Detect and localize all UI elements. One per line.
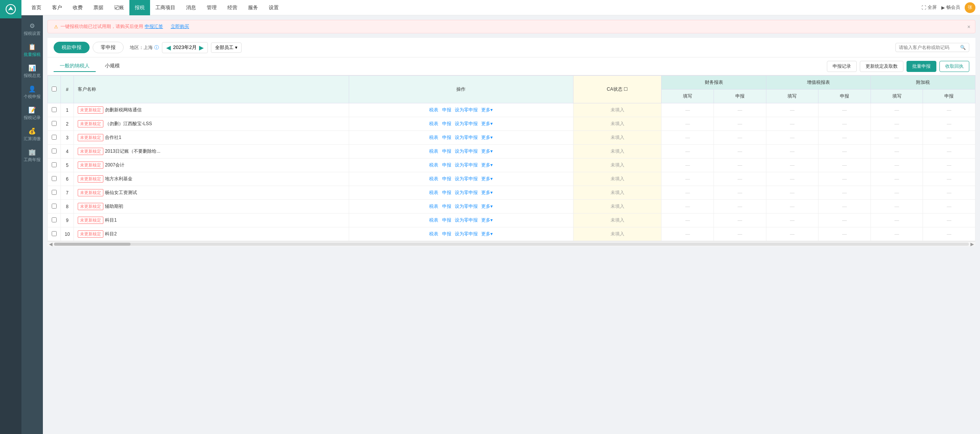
row-checkbox[interactable] [52, 204, 57, 209]
banner-close-button[interactable]: × [967, 24, 970, 30]
nav-client[interactable]: 客户 [47, 0, 67, 15]
op-tax-form[interactable]: 税表 [429, 107, 438, 113]
scroll-thumb[interactable] [54, 243, 131, 246]
tab-zero-declaration[interactable]: 零申报 [93, 42, 124, 53]
employee-selector[interactable]: 全部员工 ▾ [211, 42, 242, 53]
op-more[interactable]: 更多▾ [481, 190, 493, 195]
op-declare[interactable]: 申报 [442, 190, 451, 195]
region-selector[interactable]: 地区：上海 ⓘ [130, 44, 159, 51]
op-more[interactable]: 更多▾ [481, 121, 493, 126]
nav-fee[interactable]: 收费 [67, 0, 88, 15]
op-declare[interactable]: 申报 [442, 204, 451, 209]
row-checkbox[interactable] [52, 148, 57, 153]
row-extra-submit: — [923, 200, 975, 214]
row-checkbox[interactable] [52, 190, 57, 195]
op-zero-declare[interactable]: 设为零申报 [455, 148, 478, 154]
row-checkbox[interactable] [52, 107, 57, 112]
nav-service[interactable]: 服务 [243, 0, 263, 15]
op-declare[interactable]: 申报 [442, 148, 451, 154]
op-zero-declare[interactable]: 设为零申报 [455, 121, 478, 126]
date-next-button[interactable]: ▶ [199, 44, 204, 51]
op-more[interactable]: 更多▾ [481, 231, 493, 237]
row-checkbox[interactable] [52, 135, 57, 140]
search-icon[interactable]: 🔍 [960, 45, 966, 50]
taxpayer-tab-small[interactable]: 小规模 [99, 60, 126, 72]
sidebar-item-tax-settings[interactable]: ⚙ 报税设置 [21, 18, 43, 39]
op-more[interactable]: 更多▾ [481, 162, 493, 168]
sidebar-item-tax-record[interactable]: 📝 报税记录 [21, 103, 43, 124]
member-button[interactable]: ▶ 畅会员 [941, 4, 960, 11]
op-more[interactable]: 更多▾ [481, 176, 493, 181]
date-prev-button[interactable]: ◀ [166, 44, 171, 51]
op-tax-form[interactable]: 税表 [429, 204, 438, 209]
op-tax-form[interactable]: 税表 [429, 176, 438, 181]
op-tax-form[interactable]: 税表 [429, 135, 438, 140]
ca-checkbox[interactable]: ☐ [624, 86, 628, 92]
op-zero-declare[interactable]: 设为零申报 [455, 176, 478, 181]
sidebar-item-biz-annual[interactable]: 🏢 工商年报 [21, 145, 43, 166]
select-all-checkbox[interactable] [52, 86, 57, 91]
sidebar-item-batch-tax[interactable]: 📋 批量报税 [21, 39, 43, 60]
op-zero-declare[interactable]: 设为零申报 [455, 135, 478, 140]
op-tax-form[interactable]: 税表 [429, 231, 438, 237]
nav-settings[interactable]: 设置 [263, 0, 284, 15]
row-checkbox[interactable] [52, 176, 57, 181]
row-checkbox[interactable] [52, 162, 57, 167]
row-finance-submit: — [714, 145, 766, 158]
btn-retrieve[interactable]: 收取回执 [939, 61, 969, 72]
nav-operation[interactable]: 经营 [222, 0, 243, 15]
op-zero-declare[interactable]: 设为零申报 [455, 204, 478, 209]
nav-tax[interactable]: 报税 [129, 0, 150, 15]
sidebar-item-personal-tax[interactable]: 👤 个税申报 [21, 82, 43, 103]
op-declare[interactable]: 申报 [442, 231, 451, 237]
horizontal-scrollbar[interactable]: ◀ ▶ [47, 241, 975, 246]
banner-link1[interactable]: 申报汇签 [145, 23, 163, 30]
nav-invoice[interactable]: 票据 [88, 0, 109, 15]
op-declare[interactable]: 申报 [442, 135, 451, 140]
unverified-tag: 未更新核定 [78, 106, 103, 114]
tab-tax-declaration[interactable]: 税款申报 [54, 42, 90, 53]
op-declare[interactable]: 申报 [442, 176, 451, 181]
op-tax-form[interactable]: 税表 [429, 190, 438, 195]
op-zero-declare[interactable]: 设为零申报 [455, 190, 478, 195]
op-tax-form[interactable]: 税表 [429, 121, 438, 126]
op-zero-declare[interactable]: 设为零申报 [455, 231, 478, 237]
op-more[interactable]: 更多▾ [481, 107, 493, 113]
nav-home[interactable]: 首页 [26, 0, 47, 15]
row-checkbox[interactable] [52, 121, 57, 126]
op-tax-form[interactable]: 税表 [429, 217, 438, 223]
scroll-left-arrow[interactable]: ◀ [49, 241, 52, 247]
nav-accounting[interactable]: 记账 [109, 0, 129, 15]
op-zero-declare[interactable]: 设为零申报 [455, 217, 478, 223]
nav-bizproject[interactable]: 工商项目 [150, 0, 181, 15]
row-extra-fill: — [871, 117, 923, 131]
sidebar-item-annual-settle[interactable]: 💰 汇算清缴 [21, 124, 43, 145]
row-checkbox[interactable] [52, 217, 57, 222]
op-declare[interactable]: 申报 [442, 217, 451, 223]
op-tax-form[interactable]: 税表 [429, 148, 438, 154]
nav-manage[interactable]: 管理 [201, 0, 222, 15]
op-more[interactable]: 更多▾ [481, 204, 493, 209]
op-zero-declare[interactable]: 设为零申报 [455, 162, 478, 168]
scroll-right-arrow[interactable]: ▶ [970, 241, 974, 247]
op-more[interactable]: 更多▾ [481, 135, 493, 140]
op-more[interactable]: 更多▾ [481, 148, 493, 154]
btn-batch-declare[interactable]: 批量申报 [906, 61, 936, 72]
banner-link2[interactable]: 立即购买 [171, 23, 189, 30]
op-declare[interactable]: 申报 [442, 107, 451, 113]
user-avatar[interactable]: 张 [965, 2, 975, 13]
row-checkbox-cell [48, 186, 61, 200]
op-tax-form[interactable]: 税表 [429, 162, 438, 168]
fullscreen-button[interactable]: ⛶ 全屏 [921, 4, 937, 11]
search-input[interactable] [899, 45, 960, 50]
op-declare[interactable]: 申报 [442, 162, 451, 168]
op-more[interactable]: 更多▾ [481, 217, 493, 223]
op-zero-declare[interactable]: 设为零申报 [455, 107, 478, 113]
btn-record[interactable]: 申报记录 [827, 61, 857, 72]
btn-update[interactable]: 更新统定及取数 [860, 61, 903, 72]
op-declare[interactable]: 申报 [442, 121, 451, 126]
sidebar-item-tax-overview[interactable]: 📊 报税总览 [21, 60, 43, 82]
nav-message[interactable]: 消息 [181, 0, 201, 15]
taxpayer-tab-general[interactable]: 一般的纳税人 [54, 60, 96, 72]
row-checkbox[interactable] [52, 231, 57, 236]
